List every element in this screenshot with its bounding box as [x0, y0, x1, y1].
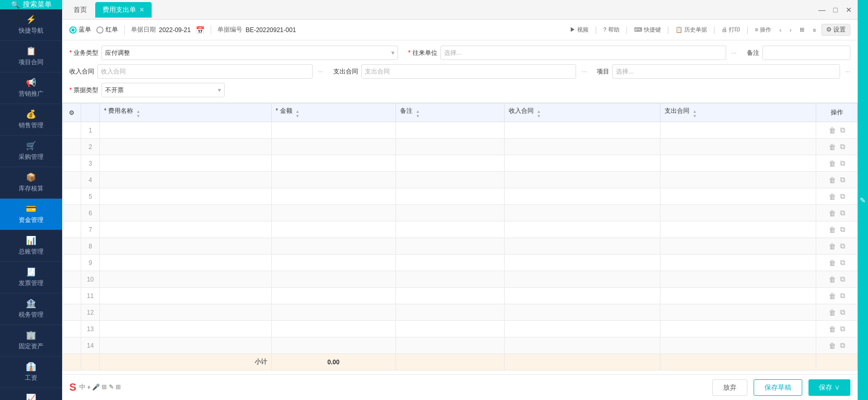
cell-remark-4[interactable]	[395, 172, 504, 188]
cell-expense-name-1[interactable]	[100, 122, 272, 139]
copy-icon-2[interactable]: ⧉	[840, 142, 845, 151]
cell-expense-contract-12[interactable]	[660, 304, 816, 321]
delete-icon-4[interactable]: 🗑	[829, 176, 836, 184]
copy-icon-14[interactable]: ⧉	[840, 341, 845, 350]
cell-expense-contract-9[interactable]	[660, 255, 816, 271]
list-view[interactable]: ≡	[810, 26, 819, 34]
cell-expense-contract-11[interactable]	[660, 288, 816, 304]
cell-expense-name-6[interactable]	[100, 205, 272, 221]
window-minimize[interactable]: —	[817, 5, 827, 14]
sidebar-header[interactable]: 🔍 搜索菜单	[0, 0, 62, 9]
discard-button[interactable]: 放弃	[712, 379, 747, 396]
business-type-input[interactable]: 应付调整	[101, 46, 398, 60]
date-value[interactable]: 2022-09-21	[159, 26, 190, 34]
cell-remark-8[interactable]	[395, 238, 504, 255]
cell-expense-contract-3[interactable]	[660, 155, 816, 172]
cell-remark-14[interactable]	[395, 337, 504, 354]
copy-icon-7[interactable]: ⧉	[840, 225, 845, 234]
save-draft-button[interactable]: 保存草稿	[754, 379, 802, 396]
cell-expense-contract-5[interactable]	[660, 188, 816, 205]
print-btn[interactable]: 🖨 打印	[718, 25, 743, 35]
cell-income-contract-7[interactable]	[504, 221, 660, 238]
grid-view[interactable]: ⊞	[797, 25, 807, 34]
sidebar-item-inventory[interactable]: 📦 库存核算	[0, 167, 62, 199]
delete-icon-5[interactable]: 🗑	[829, 192, 836, 201]
cell-amount-1[interactable]	[271, 122, 395, 139]
cell-expense-name-5[interactable]	[100, 188, 272, 205]
sidebar-item-invoice[interactable]: 🧾 发票管理	[0, 262, 62, 293]
cell-amount-6[interactable]	[271, 205, 395, 221]
sidebar-item-fixed-assets[interactable]: 🏢 固定资产	[0, 325, 62, 357]
calendar-icon[interactable]: 📅	[196, 26, 204, 34]
sidebar-item-marketing[interactable]: 📢 营销推广	[0, 72, 62, 104]
save-button[interactable]: 保存 ∨	[808, 379, 850, 396]
cell-expense-contract-1[interactable]	[660, 122, 816, 139]
cell-expense-contract-6[interactable]	[660, 205, 816, 221]
expense-contract-input[interactable]: 支出合同	[361, 64, 577, 79]
cell-amount-14[interactable]	[271, 337, 395, 354]
cell-expense-contract-4[interactable]	[660, 172, 816, 188]
cell-amount-8[interactable]	[271, 238, 395, 255]
col-remark[interactable]: 备注 ▲▼	[395, 103, 504, 122]
cell-amount-5[interactable]	[271, 188, 395, 205]
copy-icon-11[interactable]: ⧉	[840, 291, 845, 300]
copy-icon-9[interactable]: ⧉	[840, 258, 845, 267]
cell-expense-name-4[interactable]	[100, 172, 272, 188]
delete-icon-12[interactable]: 🗑	[829, 308, 836, 317]
cell-income-contract-10[interactable]	[504, 271, 660, 288]
sidebar-item-tax[interactable]: 🏦 税务管理	[0, 293, 62, 325]
delete-icon-3[interactable]: 🗑	[829, 159, 836, 168]
cell-income-contract-14[interactable]	[504, 337, 660, 354]
cell-remark-5[interactable]	[395, 188, 504, 205]
cell-expense-contract-14[interactable]	[660, 337, 816, 354]
copy-icon-4[interactable]: ⧉	[840, 175, 845, 184]
delete-icon-11[interactable]: 🗑	[829, 292, 836, 300]
copy-icon-13[interactable]: ⧉	[840, 324, 845, 333]
cell-remark-13[interactable]	[395, 321, 504, 337]
cell-expense-name-12[interactable]	[100, 304, 272, 321]
cell-income-contract-2[interactable]	[504, 139, 660, 155]
setting-button[interactable]: ⚙ 设置	[821, 24, 850, 36]
tab-expense[interactable]: 费用支出单 ✕	[95, 2, 152, 18]
cell-expense-name-3[interactable]	[100, 155, 272, 172]
delete-icon-7[interactable]: 🗑	[829, 226, 836, 234]
notes-input[interactable]	[762, 46, 850, 60]
cell-amount-11[interactable]	[271, 288, 395, 304]
cell-income-contract-13[interactable]	[504, 321, 660, 337]
cell-remark-9[interactable]	[395, 255, 504, 271]
cell-income-contract-9[interactable]	[504, 255, 660, 271]
sidebar-item-purchase[interactable]: 🛒 采购管理	[0, 136, 62, 167]
cell-expense-name-10[interactable]	[100, 271, 272, 288]
delete-icon-9[interactable]: 🗑	[829, 259, 836, 267]
income-contract-more[interactable]: ···	[318, 68, 323, 75]
sidebar-item-operations[interactable]: 📈 经营管理	[0, 388, 62, 400]
copy-icon-6[interactable]: ⧉	[840, 209, 845, 217]
shortcut-btn[interactable]: ⌨ 快捷键	[631, 25, 664, 35]
tab-expense-close[interactable]: ✕	[139, 6, 144, 13]
tab-home[interactable]: 首页	[66, 2, 94, 18]
income-contract-input[interactable]: 收入合同	[97, 64, 313, 79]
video-btn[interactable]: ▶ 视频	[567, 25, 592, 35]
ticket-type-input[interactable]: 不开票	[101, 83, 225, 97]
cell-amount-7[interactable]	[271, 221, 395, 238]
project-input[interactable]: 选择...	[612, 64, 840, 79]
cell-expense-name-13[interactable]	[100, 321, 272, 337]
nav-prev[interactable]: ‹	[776, 26, 785, 34]
cell-income-contract-6[interactable]	[504, 205, 660, 221]
sidebar-item-accounting[interactable]: 📊 总账管理	[0, 230, 62, 262]
cell-remark-11[interactable]	[395, 288, 504, 304]
radio-blue[interactable]: 蓝单	[69, 25, 91, 34]
cell-amount-10[interactable]	[271, 271, 395, 288]
delete-icon-6[interactable]: 🗑	[829, 209, 836, 217]
cell-income-contract-4[interactable]	[504, 172, 660, 188]
cell-expense-contract-8[interactable]	[660, 238, 816, 255]
cell-remark-2[interactable]	[395, 139, 504, 155]
sidebar-item-quick-nav[interactable]: ⚡ 快捷导航	[0, 9, 62, 41]
delete-icon-2[interactable]: 🗑	[829, 143, 836, 151]
delete-icon-8[interactable]: 🗑	[829, 242, 836, 250]
cell-expense-contract-13[interactable]	[660, 321, 816, 337]
sidebar-item-salary[interactable]: 👔 工资	[0, 357, 62, 388]
window-close[interactable]: ✕	[844, 5, 854, 14]
cell-remark-12[interactable]	[395, 304, 504, 321]
cell-expense-contract-10[interactable]	[660, 271, 816, 288]
